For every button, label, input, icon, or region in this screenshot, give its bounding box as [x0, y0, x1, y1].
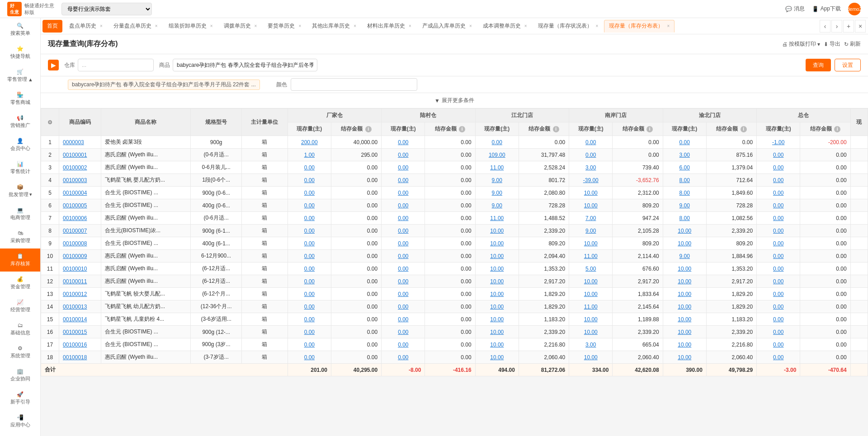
td-total-qty[interactable]: 0.00	[757, 199, 800, 212]
td-jb-qty[interactable]: 10.00	[475, 250, 519, 263]
td-total-qty[interactable]: 0.00	[757, 300, 800, 313]
tab-home[interactable]: 首页	[42, 20, 62, 33]
td-jb-qty[interactable]: 10.00	[475, 313, 519, 326]
fcl-info-icon[interactable]: i	[365, 126, 372, 132]
td-jb-qty[interactable]: 9.00	[475, 174, 519, 187]
td-total-qty[interactable]: 0.00	[757, 149, 800, 161]
tab-close-2[interactable]: ×	[210, 23, 213, 28]
td-na-qty[interactable]: 10.00	[569, 313, 613, 326]
td-lcl-qty[interactable]: 0.00	[382, 161, 425, 174]
td-na-qty[interactable]: 10.00	[569, 326, 613, 338]
td-fcl-qty[interactable]: 0.00	[288, 199, 331, 212]
sidebar-item-search[interactable]: 🔍 搜索英单	[0, 18, 40, 41]
td-jb-qty[interactable]: 109.00	[475, 149, 519, 161]
td-fcl-qty[interactable]: 0.00	[288, 300, 331, 313]
td-code[interactable]: 00100011	[59, 275, 101, 288]
td-lcl-qty[interactable]: 0.00	[382, 237, 425, 250]
td-yb-qty[interactable]: 10.00	[663, 313, 706, 326]
sidebar-item-enterprise[interactable]: 🏢 企业协同	[0, 364, 40, 376]
td-code[interactable]: 00100015	[59, 326, 101, 338]
sidebar-item-marketing[interactable]: 📢 营销推广	[0, 110, 40, 133]
td-jb-qty[interactable]: 10.00	[475, 351, 519, 364]
sidebar-item-wholesale[interactable]: 📦 批发管理 ▾	[0, 179, 40, 202]
td-yb-qty[interactable]: 10.00	[663, 326, 706, 338]
td-jb-qty[interactable]: 10.00	[475, 326, 519, 338]
td-fcl-qty[interactable]: 200.00	[288, 136, 331, 149]
td-na-qty[interactable]: 10.00	[569, 199, 613, 212]
td-code[interactable]: 00100003	[59, 174, 101, 187]
td-lcl-qty[interactable]: 0.00	[382, 275, 425, 288]
tab-close-6[interactable]: ×	[409, 23, 411, 28]
td-jb-qty[interactable]: 9.00	[475, 187, 519, 199]
query-button[interactable]: 查询	[806, 59, 831, 71]
td-fcl-qty[interactable]: 0.00	[288, 338, 331, 351]
tabs-add-btn[interactable]: +	[843, 20, 854, 33]
td-code[interactable]: 00100001	[59, 149, 101, 161]
td-total-qty[interactable]: 0.00	[757, 326, 800, 338]
td-na-qty[interactable]: 10.00	[569, 187, 613, 199]
td-code[interactable]: 00100008	[59, 237, 101, 250]
tab-other-out[interactable]: 其他出库单历史 ×	[307, 20, 361, 33]
td-fcl-qty[interactable]: 0.00	[288, 225, 331, 237]
td-code[interactable]: 00100018	[59, 351, 101, 364]
td-na-qty[interactable]: 10.00	[569, 351, 613, 364]
tab-product-in[interactable]: 产成品入库单历史 ×	[417, 20, 477, 33]
td-jb-qty[interactable]: 11.00	[475, 161, 519, 174]
td-na-qty[interactable]: 3.00	[569, 161, 613, 174]
td-total-qty[interactable]: 0.00	[757, 212, 800, 225]
jb-info-icon[interactable]: i	[553, 126, 559, 132]
sidebar-item-member[interactable]: 👤 会员中心	[0, 133, 40, 156]
tab-close-0[interactable]: ×	[100, 23, 103, 28]
td-yb-qty[interactable]: 10.00	[663, 275, 706, 288]
td-na-qty[interactable]: 0.00	[569, 149, 613, 161]
sidebar-item-system[interactable]: ⚙ 系统管理	[0, 341, 40, 364]
td-na-qty[interactable]: 10.00	[569, 275, 613, 288]
td-code[interactable]: 00100006	[59, 212, 101, 225]
app-download-btn[interactable]: 📱 App下载	[812, 5, 841, 13]
sidebar-item-retail-mgmt[interactable]: 🛒 零售管理 ▲	[0, 64, 40, 87]
td-jb-qty[interactable]: 10.00	[475, 338, 519, 351]
tab-split-check[interactable]: 分量盘点单历史 ×	[108, 20, 163, 33]
td-jb-qty[interactable]: 10.00	[475, 225, 519, 237]
td-code[interactable]: 00100004	[59, 187, 101, 199]
td-yb-qty[interactable]: 8.00	[663, 187, 706, 199]
td-na-qty[interactable]: 3.00	[569, 338, 613, 351]
tab-close-9[interactable]: ×	[596, 23, 599, 28]
sidebar-item-retail-stat[interactable]: 📊 零售统计	[0, 156, 40, 179]
tab-close-5[interactable]: ×	[354, 23, 356, 28]
td-yb-qty[interactable]: 8.00	[663, 174, 706, 187]
td-lcl-qty[interactable]: 0.00	[382, 212, 425, 225]
td-lcl-qty[interactable]: 0.00	[382, 263, 425, 275]
sidebar-item-retail-mall[interactable]: 🏪 零售商城	[0, 87, 40, 110]
td-fcl-qty[interactable]: 0.00	[288, 187, 331, 199]
td-total-qty[interactable]: 0.00	[757, 187, 800, 199]
td-total-qty[interactable]: -1.00	[757, 136, 800, 149]
td-fcl-qty[interactable]: 0.00	[288, 174, 331, 187]
table-container[interactable]: ⚙ 商品编码 商品名称 规格型号 主计量单位 厂家仓 陆村仓 江北门店 南岸门店…	[41, 108, 868, 376]
export-btn[interactable]: ⬇ 导出	[824, 40, 840, 48]
th-gear[interactable]: ⚙	[41, 109, 59, 136]
tab-cost-adjust[interactable]: 成本调整单历史 ×	[478, 20, 532, 33]
td-yb-qty[interactable]: 10.00	[663, 225, 706, 237]
tab-stock-status[interactable]: 现存量（库存状况表） ×	[533, 20, 604, 33]
tab-stock-dist[interactable]: 现存量（库存分布表） ×	[604, 20, 675, 33]
td-fcl-qty[interactable]: 0.00	[288, 161, 331, 174]
td-yb-qty[interactable]: 9.00	[663, 199, 706, 212]
td-jb-qty[interactable]: 10.00	[475, 275, 519, 288]
td-code[interactable]: 00100002	[59, 161, 101, 174]
td-na-qty[interactable]: 11.00	[569, 300, 613, 313]
tab-order[interactable]: 要货单历史 ×	[263, 20, 306, 33]
tabs-next-btn[interactable]: ›	[831, 20, 842, 33]
td-fcl-qty[interactable]: 0.00	[288, 313, 331, 326]
td-lcl-qty[interactable]: 0.00	[382, 351, 425, 364]
td-jb-qty[interactable]: 10.00	[475, 288, 519, 300]
expand-more-btn[interactable]: ▼ 展开更多条件	[434, 95, 474, 106]
td-lcl-qty[interactable]: 0.00	[382, 326, 425, 338]
td-code[interactable]: 00100014	[59, 313, 101, 326]
td-fcl-qty[interactable]: 0.00	[288, 288, 331, 300]
td-na-qty[interactable]: 10.00	[569, 237, 613, 250]
user-avatar-btn[interactable]: demo2	[848, 3, 861, 15]
refresh-btn[interactable]: ↻ 刷新	[844, 40, 861, 48]
sidebar-item-basic[interactable]: 🗂 基础信息	[0, 318, 40, 341]
td-yb-qty[interactable]: 10.00	[663, 300, 706, 313]
